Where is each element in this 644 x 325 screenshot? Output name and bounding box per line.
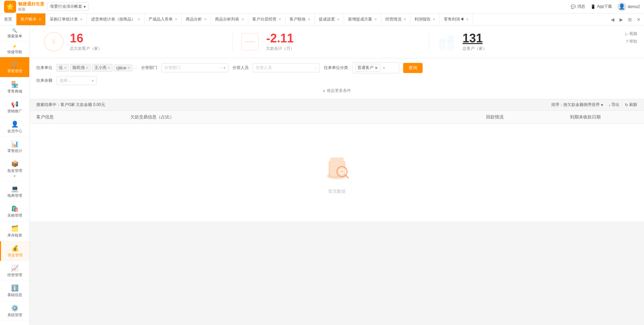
person-filter-select[interactable]: 分管人员 ··· xyxy=(253,63,320,72)
collapse-btn[interactable]: ∧ 收起更多条件 xyxy=(323,88,351,94)
sidebar-quick-nav[interactable]: ⚡ 快捷导航 xyxy=(0,41,29,57)
empty-text: 暂无数据 xyxy=(328,188,346,194)
tab-commission-settings[interactable]: 提成设置 ✕ xyxy=(315,13,344,26)
tab-profit-report-close[interactable]: ✕ xyxy=(433,17,435,21)
help-btn[interactable]: ? 帮助 xyxy=(626,39,637,44)
sidebar-item-member[interactable]: 👤 会员中心 xyxy=(0,117,29,137)
tab-purchase-order-close[interactable]: ✕ xyxy=(80,17,83,21)
sidebar-item-basic-info[interactable]: ℹ️ 基础信息 xyxy=(0,281,29,301)
tab-customer-ledger[interactable]: 客户账本 ✕ xyxy=(16,13,46,26)
sidebar-item-operations[interactable]: 📈 经营管理 xyxy=(0,261,29,281)
sidebar-item-enterprise[interactable]: 🤝 企业协同 xyxy=(0,321,29,325)
tab-customer-contact-close[interactable]: ✕ xyxy=(308,17,310,21)
stat-total-debt-value: -2.11 xyxy=(266,32,294,44)
nav-next-btn[interactable]: ▶ xyxy=(617,15,625,24)
tab-product-entry-close[interactable]: ✕ xyxy=(175,17,177,21)
tab-add-commission-close[interactable]: ✕ xyxy=(374,17,377,21)
video-btn[interactable]: ▷ 视频 xyxy=(625,31,637,37)
unit-type-tag-text: 普通客户 xyxy=(357,65,374,71)
app-download-btn[interactable]: 📱 App下载 xyxy=(591,4,612,9)
tab-product-analysis[interactable]: 商品分析 ✕ xyxy=(182,13,211,26)
balance-filter-select[interactable]: 选择... ▾ xyxy=(56,76,97,85)
message-btn[interactable]: 💬 消息 xyxy=(571,4,585,9)
sidebar-item-retail-stats[interactable]: 📊 零售统计 xyxy=(0,137,29,157)
tab-customer-tier[interactable]: 客户分层经营 ✕ xyxy=(248,13,286,26)
tab-purchase-stats[interactable]: 进货单统计表（按商品） ✕ xyxy=(87,13,144,26)
tab-retail-profit[interactable]: 零售利润◀ ✕ xyxy=(440,13,473,26)
unit-tag-wu-remove[interactable]: ✕ xyxy=(64,66,67,70)
unit-tag-chen-remove[interactable]: ✕ xyxy=(86,66,88,70)
top-bar-right: 💬 消息 📱 App下载 👤 demo2 xyxy=(571,2,640,11)
sidebar-purchase-label: 采购管理 xyxy=(7,213,22,218)
person-filter-placeholder: 分管人员 xyxy=(256,65,312,71)
nav-prev-btn[interactable]: ◀ xyxy=(608,15,616,24)
tab-commission-settings-label: 提成设置 xyxy=(319,16,335,22)
tab-operations-close[interactable]: ✕ xyxy=(403,17,406,21)
member-icon: 👤 xyxy=(11,120,18,128)
sidebar: 🔍 搜索菜单 ⚡ 快捷导航 🛒 零售管理 🏪 零售商城 📢 营销推广 👤 会员中… xyxy=(0,26,30,325)
minus-bg-icon: - xyxy=(239,31,261,52)
stat-total-debt-info: -2.11 欠款合计（万） xyxy=(266,32,294,51)
unit-type-select[interactable]: 普通客户 ✕ ▾ xyxy=(352,62,399,73)
tab-customer-contact[interactable]: 客户联络 ✕ xyxy=(286,13,315,26)
export-btn[interactable]: ↓ 导出 xyxy=(608,102,619,108)
sidebar-member-label: 会员中心 xyxy=(7,129,22,133)
unit-filter-tags: 伍 ✕ 陈民强 ✕ 王小亮 ✕ cjttcw ✕ ··· xyxy=(56,64,137,72)
unit-tag-wang-remove[interactable]: ✕ xyxy=(108,66,110,70)
dept-filter-select[interactable]: 分管部门 ··· ▾ xyxy=(161,63,228,72)
tab-customer-contact-label: 客户联络 xyxy=(290,16,306,22)
sidebar-item-finance[interactable]: 💰 资金管理 xyxy=(0,241,29,261)
app-download-label: App下载 xyxy=(597,4,612,9)
nav-close-btn[interactable]: ✕ xyxy=(635,15,643,24)
tab-commission-settings-close[interactable]: ✕ xyxy=(337,17,340,21)
sidebar-item-retail-mall[interactable]: 🏪 零售商城 xyxy=(0,77,29,97)
sidebar-search[interactable]: 🔍 搜索菜单 xyxy=(0,26,29,41)
tab-retail-profit-close[interactable]: ✕ xyxy=(466,17,469,21)
sort-label: 排序：按欠款金额倒序排序 xyxy=(551,102,600,108)
sidebar-item-inventory[interactable]: 🗂️ 库存核算 xyxy=(0,221,29,241)
sidebar-item-purchase[interactable]: 🛍️ 采购管理 xyxy=(0,202,29,221)
unit-tag-cjttcw-remove[interactable]: ✕ xyxy=(127,66,130,70)
quick-nav-icon: ⚡ xyxy=(12,44,17,49)
account-selector[interactable]: 母婴行业演示帐套 ▾ xyxy=(47,2,89,11)
sidebar-item-retail[interactable]: 🛒 零售管理 xyxy=(0,57,29,77)
refresh-icon: ↻ xyxy=(625,103,628,107)
tab-purchase-stats-close[interactable]: ✕ xyxy=(137,17,140,21)
unit-tag-chen: 陈民强 ✕ xyxy=(70,64,91,72)
tab-product-analysis-list-close[interactable]: ✕ xyxy=(241,17,244,21)
building-bg-icon xyxy=(436,31,457,52)
tab-add-commission[interactable]: 新增提成方案 ✕ xyxy=(344,13,381,26)
download-icon: 📱 xyxy=(591,4,596,9)
tab-product-analysis-close[interactable]: ✕ xyxy=(204,17,207,21)
main-layout: 🔍 搜索菜单 ⚡ 快捷导航 🛒 零售管理 🏪 零售商城 📢 营销推广 👤 会员中… xyxy=(0,26,644,325)
user-menu[interactable]: 👤 demo2 xyxy=(617,2,640,11)
tab-home[interactable]: 首页 xyxy=(0,13,16,26)
sort-select[interactable]: 排序：按欠款金额倒序排序 ▾ xyxy=(551,102,603,108)
refresh-btn[interactable]: ↻ 刷新 xyxy=(625,102,637,108)
sidebar-finance-label: 资金管理 xyxy=(8,253,23,257)
tab-customer-tier-close[interactable]: ✕ xyxy=(278,17,281,21)
tab-product-analysis-list[interactable]: 商品分析列表 ✕ xyxy=(211,13,248,26)
main-content: ¥ 16 总欠款客户（家） - -2.11 xyxy=(30,26,644,325)
nav-expand-btn[interactable]: ⊞ xyxy=(626,15,634,24)
logo-text-area: 畅捷通好生意 标版 xyxy=(18,1,44,12)
marketing-icon: 📢 xyxy=(11,101,18,108)
export-icon: ↓ xyxy=(608,103,610,107)
collapse-up-icon: ∧ xyxy=(323,88,326,93)
tab-customer-ledger-close[interactable]: ✕ xyxy=(39,17,41,21)
person-filter-label: 分管人员 xyxy=(232,65,249,71)
tab-product-entry[interactable]: 产成品入库单 ✕ xyxy=(144,13,182,26)
tab-profit-report[interactable]: 利润报告 ✕ xyxy=(411,13,440,26)
sidebar-item-ecommerce[interactable]: 💻 电商管理 xyxy=(0,182,29,202)
unit-tag-more[interactable]: ··· xyxy=(134,66,137,70)
sidebar-item-system[interactable]: ⚙️ 系统管理 xyxy=(0,301,29,321)
tab-operations[interactable]: 经营情况 ✕ xyxy=(381,13,411,26)
unit-tag-wang-text: 王小亮 xyxy=(94,65,106,71)
sidebar-item-marketing[interactable]: 📢 营销推广 xyxy=(0,97,29,117)
sidebar-item-wholesale[interactable]: 📦 批发管理 ▼ xyxy=(0,157,29,181)
tab-add-commission-label: 新增提成方案 xyxy=(348,16,372,22)
top-bar: 🌟 畅捷通好生意 标版 母婴行业演示帐套 ▾ 💬 消息 📱 App下载 👤 de… xyxy=(0,0,644,13)
unit-type-tag-remove[interactable]: ✕ xyxy=(375,66,378,70)
tab-purchase-order[interactable]: 采购订单统计表 ✕ xyxy=(46,13,87,26)
query-button[interactable]: 查询 xyxy=(403,63,423,73)
